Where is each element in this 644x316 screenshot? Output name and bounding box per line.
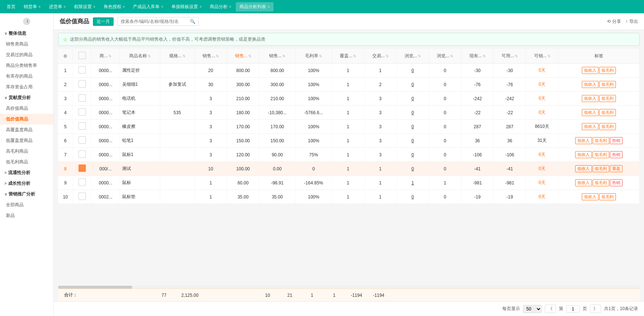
sort-icon[interactable]: ⇅ [515,54,518,58]
sort-icon[interactable]: ⇅ [248,54,251,58]
row-browse1[interactable]: 0 [396,106,429,120]
row-browse1[interactable]: 0 [396,92,429,106]
row-browse1[interactable]: 0 [396,148,429,162]
browse1-link[interactable]: 0 [412,96,414,101]
browse1-link[interactable]: 0 [412,124,414,129]
row-browse1[interactable]: 0 [396,78,429,92]
col-settings[interactable]: ⚙ [58,49,73,64]
browse1-link[interactable]: 0 [412,152,414,157]
sidebar-item-new-goods[interactable]: 新品 [0,210,53,221]
col-profit-rate[interactable]: 毛利率 ⇅ [295,49,332,64]
row-checkbox[interactable] [78,108,86,116]
sidebar-item-all-goods[interactable]: 全部商品 [0,200,53,210]
nav-template-settings[interactable]: 单据模板设置 × [168,2,205,11]
col-sales2[interactable]: 销售... ⇅ [227,49,259,64]
row-checkbox[interactable] [78,122,86,130]
close-icon[interactable]: × [161,5,163,9]
page-number-input[interactable] [566,305,580,313]
sidebar-item-low-coverage[interactable]: 低覆盖度商品 [0,135,53,146]
horizontal-scrollbar[interactable] [58,286,640,289]
close-icon[interactable]: × [199,5,202,9]
filter-recent-month-button[interactable]: 近一月 [93,17,114,26]
row-checkbox[interactable] [78,179,86,186]
nav-sales-order[interactable]: 销货单 × [20,2,44,11]
sidebar-item-stock-goods[interactable]: 有库存的商品 [0,71,53,82]
row-browse1[interactable]: 0 [396,120,429,134]
nav-home[interactable]: 首页 [3,2,19,11]
browse1-link[interactable]: 0 [412,138,414,143]
browse1-link[interactable]: 1 [412,180,414,186]
browse1-link[interactable]: 0 [412,194,414,200]
col-sales1[interactable]: 销售... ⇅ [195,49,227,64]
sidebar-item-high-margin[interactable]: 高毛利商品 [0,146,53,157]
sort-icon[interactable]: ⇅ [108,54,111,58]
row-browse1[interactable]: 1 [396,176,429,190]
nav-role-auth[interactable]: 角色授权 × [100,2,129,11]
nav-product-analysis-list[interactable]: 商品分析列表 × [236,2,274,11]
search-icon[interactable]: 🔍 [190,19,195,24]
row-checkbox[interactable] [78,94,86,102]
page-size-select[interactable]: 50 100 200 [523,305,542,313]
col-tags[interactable]: 标签 [558,49,639,64]
nav-permission[interactable]: 权限设置 × [70,2,99,11]
col-coverage[interactable]: 覆盖... ⇅ [332,49,364,64]
sidebar-item-traded-goods[interactable]: 交易过的商品 [0,50,53,60]
nav-product-inbound[interactable]: 产成品入库单 × [129,2,167,11]
row-checkbox[interactable] [78,80,86,88]
row-checkbox[interactable] [78,164,86,172]
sort-icon[interactable]: ⇅ [483,54,486,58]
sidebar-item-high-coverage[interactable]: 高覆盖度商品 [0,125,53,135]
close-icon[interactable]: × [229,5,231,9]
row-checkbox[interactable] [78,150,86,158]
close-icon[interactable]: × [64,5,66,9]
col-code[interactable]: 商... ⇅ [91,49,120,64]
sidebar-group-contribution[interactable]: ∨ 贡献度分析 [0,92,53,103]
col-current[interactable]: 现有... ⇅ [461,49,493,64]
sort-icon[interactable]: ⇅ [450,54,453,58]
sidebar-item-stock-capital[interactable]: 库存资金占用 [0,82,53,92]
row-checkbox[interactable] [78,193,86,200]
col-available[interactable]: 可用... ⇅ [494,49,526,64]
close-icon[interactable]: × [38,5,41,9]
close-icon[interactable]: × [268,5,270,9]
browse1-link[interactable]: 0 [412,166,414,171]
select-all-checkbox[interactable] [78,52,86,59]
col-browse2[interactable]: 浏览... ⇅ [429,49,461,64]
col-trade[interactable]: 交易... ⇅ [364,49,396,64]
sort-icon[interactable]: ⇅ [353,54,356,58]
sidebar-group-overall[interactable]: ∨ 整体信息 [0,28,53,39]
sort-icon[interactable]: ⇅ [216,54,219,58]
col-name[interactable]: 商品名称 ⇅ [120,49,160,64]
export-button[interactable]: ↑ 导出 [625,18,638,25]
sort-icon[interactable]: ⇅ [182,54,185,58]
sidebar-group-liquidity[interactable]: > 流通性分析 [0,167,53,178]
sidebar-group-growth[interactable]: > 成长性分析 [0,178,53,189]
row-browse1[interactable]: 0 [396,162,429,176]
sort-icon[interactable]: ⇅ [418,54,421,58]
share-button[interactable]: ⟲ 分享 [607,18,621,25]
next-page-button[interactable]: 》 [590,305,601,313]
sort-icon[interactable]: ⇅ [547,54,550,58]
row-browse1[interactable]: 0 [396,64,429,78]
col-saleable[interactable]: 可销... ⇅ [526,49,558,64]
sidebar-collapse-button[interactable]: 《 [23,18,30,25]
row-browse1[interactable]: 0 [396,134,429,148]
sidebar-group-marketing[interactable]: ∨ 营销推广分析 [0,189,53,200]
col-browse1[interactable]: 浏览... ⇅ [396,49,429,64]
row-checkbox[interactable] [78,136,86,144]
sidebar-item-low-margin[interactable]: 低毛利商品 [0,157,53,167]
close-icon[interactable]: × [123,5,125,9]
sidebar-item-low-value[interactable]: 低价值商品 [0,114,53,125]
sort-icon[interactable]: ⇅ [386,54,389,58]
nav-product-analysis[interactable]: 商品分析 × [206,2,235,11]
search-input[interactable] [121,19,188,24]
browse1-link[interactable]: 0 [412,110,414,115]
sidebar-item-high-value[interactable]: 高价值商品 [0,103,53,114]
row-checkbox[interactable] [78,66,86,74]
col-sales3[interactable]: 销售... ⇅ [259,49,295,64]
settings-icon[interactable]: ⚙ [63,54,67,59]
nav-purchase-order[interactable]: 进货单 × [45,2,70,11]
sort-icon[interactable]: ⇅ [148,54,151,58]
scrollbar-thumb[interactable] [58,286,132,289]
browse1-link[interactable]: 0 [412,68,414,73]
